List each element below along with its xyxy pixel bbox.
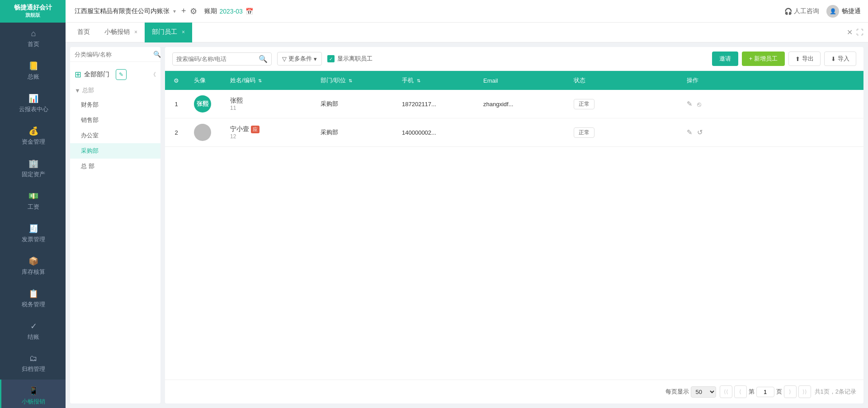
sidebar-item-inventory[interactable]: 📦 库存核算	[0, 250, 66, 282]
export-button[interactable]: ⬆ 导出	[788, 52, 821, 66]
toolbar-right: 邀请 + 新增员工 ⬆ 导出 ⬇ 导入	[712, 52, 856, 66]
dept-item-office[interactable]: 办公室	[70, 128, 160, 143]
dept-item-finance[interactable]: 财务部	[70, 97, 160, 113]
expand-window-icon[interactable]: ⛶	[856, 28, 863, 37]
show-inactive-toggle[interactable]: ✓ 显示离职员工	[327, 55, 373, 63]
add-employee-button[interactable]: + 新增员工	[742, 52, 785, 66]
dept-item-general[interactable]: 总 部	[70, 159, 160, 174]
col-phone-label: 手机	[402, 77, 414, 84]
add-tab-button[interactable]: +	[181, 6, 186, 16]
show-inactive-checkbox[interactable]: ✓	[327, 55, 335, 62]
search-icon[interactable]: 🔍	[259, 55, 268, 63]
sidebar-item-salary[interactable]: 💵 工资	[0, 185, 66, 217]
sidebar-item-invoice[interactable]: 🧾 发票管理	[0, 217, 66, 250]
top-bar: 畅捷通好会计 旗舰版 江西服宝精品有限责任公司内账张 ▾ + ⚙ 账期 2023…	[0, 0, 868, 23]
consult-label: 人工咨询	[794, 7, 819, 15]
per-page-label: 每页显示	[665, 388, 689, 396]
table-row: 1张熙张熙11采购部187202117...zhangxidf...正常✎⎋	[165, 90, 863, 118]
export-icon: ⬆	[795, 56, 800, 62]
next-page-button[interactable]: ⟩	[784, 385, 797, 398]
page-content: 🔍 ⊞ 全部部门 ✎ 《 ▼ 总部 财务部 销售部 办公室	[66, 42, 868, 408]
sidebar-label-xiaochang: 小畅报销	[22, 398, 45, 406]
col-email-label: Email	[483, 77, 498, 84]
filter-label: 更多条件	[288, 55, 312, 63]
dept-group-general: ▼ 总部	[70, 84, 160, 97]
logout-employee-icon[interactable]: ⎋	[697, 100, 701, 108]
tab-xiaochang-expense[interactable]: 小畅报销 ×	[97, 23, 145, 42]
row-actions: ✎↺	[680, 118, 863, 147]
employee-search-input[interactable]	[176, 56, 256, 62]
avatar: 👤	[826, 5, 839, 18]
consult-button[interactable]: 🎧 人工咨询	[784, 7, 819, 15]
import-button[interactable]: ⬇ 导入	[824, 52, 856, 66]
company-selector[interactable]: 江西服宝精品有限责任公司内账张 ▾	[75, 7, 176, 15]
company-name: 江西服宝精品有限责任公司内账张	[75, 7, 170, 15]
dept-search-icon[interactable]: 🔍	[153, 51, 160, 58]
sidebar-item-capital[interactable]: 💰 资金管理	[0, 120, 66, 152]
salary-icon: 💵	[28, 191, 38, 201]
first-page-button[interactable]: ⟨⟨	[720, 385, 732, 398]
dept-item-purchase[interactable]: 采购部	[70, 143, 160, 159]
col-dept-position[interactable]: 部门/职位 ⇅	[314, 71, 396, 90]
sidebar-item-ledger[interactable]: 📒 总账	[0, 55, 66, 87]
sidebar-item-checkout[interactable]: ✓ 结账	[0, 315, 66, 347]
export-label: 导出	[802, 55, 814, 63]
sidebar-label-invoice: 发票管理	[22, 235, 45, 244]
sidebar-item-reports[interactable]: 📊 云报表中心	[0, 87, 66, 120]
per-page-selector: 每页显示 50 20 100	[665, 386, 716, 398]
dept-group-label-text: 总部	[82, 86, 94, 94]
page-number-input[interactable]	[756, 387, 774, 397]
sidebar-label-archive: 归档管理	[22, 365, 45, 373]
row-seq: 2	[165, 118, 188, 147]
edit-dept-icon[interactable]: ✎	[116, 69, 127, 80]
grid-icon: ⊞	[75, 70, 81, 80]
invite-button[interactable]: 邀请	[712, 52, 738, 66]
row-email: zhangxidf...	[477, 90, 567, 118]
sidebar-item-xiaochang[interactable]: 📱 小畅报销	[0, 380, 66, 408]
settings-icon[interactable]: ⚙	[190, 6, 197, 16]
collapse-icon[interactable]: 《	[151, 71, 156, 79]
import-icon: ⬇	[831, 56, 836, 62]
dept-search-input[interactable]	[75, 51, 151, 58]
edit-employee-icon[interactable]: ✎	[687, 128, 693, 136]
per-page-select[interactable]: 50 20 100	[691, 386, 716, 398]
row-seq: 1	[165, 90, 188, 118]
last-page-button[interactable]: ⟩⟩	[798, 385, 811, 398]
col-status-label: 状态	[574, 77, 585, 84]
page-prefix: 第	[749, 388, 755, 396]
refresh-employee-icon[interactable]: ↺	[697, 128, 703, 136]
tab-close-dept[interactable]: ×	[182, 29, 185, 35]
capital-icon: 💰	[28, 126, 38, 136]
all-depts-item[interactable]: ⊞ 全部部门 ✎ 《	[70, 66, 160, 84]
tab-home[interactable]: 首页	[70, 23, 97, 42]
tab-close-xiaochang[interactable]: ×	[134, 29, 137, 35]
row-email	[477, 118, 567, 147]
dept-item-sales[interactable]: 销售部	[70, 113, 160, 128]
tab-dept-employee[interactable]: 部门员工 ×	[145, 23, 192, 42]
employee-table: ⚙ 头像 姓名/编码 ⇅ 部门/职位	[165, 71, 863, 147]
show-inactive-label: 显示离职员工	[337, 55, 373, 63]
period-selector[interactable]: 账期 2023-03 📅	[204, 7, 253, 15]
col-name-code[interactable]: 姓名/编码 ⇅	[224, 71, 314, 90]
user-menu[interactable]: 👤 畅捷通	[826, 5, 861, 18]
filter-button[interactable]: ▽ 更多条件 ▾	[277, 52, 322, 66]
sidebar-item-archive[interactable]: 🗂 归档管理	[0, 347, 66, 380]
prev-page-button[interactable]: ⟨	[734, 385, 747, 398]
sidebar-label-tax: 税务管理	[22, 300, 45, 309]
sidebar-item-fixed[interactable]: 🏢 固定资产	[0, 152, 66, 185]
filter-icon: ▽	[282, 56, 287, 62]
invoice-icon: 🧾	[28, 224, 38, 234]
col-phone[interactable]: 手机 ⇅	[396, 71, 477, 90]
total-info: 共1页，2条记录	[815, 388, 856, 396]
tab-xiaochang-label: 小畅报销	[104, 28, 130, 36]
sidebar-item-tax[interactable]: 📋 税务管理	[0, 282, 66, 315]
dept-tree: ⊞ 全部部门 ✎ 《 ▼ 总部 财务部 销售部 办公室 采购部 总 部	[70, 62, 160, 403]
close-window-icon[interactable]: ✕	[847, 28, 853, 37]
sidebar-label-capital: 资金管理	[22, 138, 45, 146]
table-row: 2宁小壹 应12采购部140000002...正常✎↺	[165, 118, 863, 147]
first-page-icon: ⟨⟨	[724, 389, 728, 395]
row-status: 正常	[567, 90, 680, 118]
edit-employee-icon[interactable]: ✎	[687, 100, 693, 108]
sidebar-item-home[interactable]: ⌂ 首页	[0, 23, 66, 55]
col-settings[interactable]: ⚙	[165, 71, 188, 90]
